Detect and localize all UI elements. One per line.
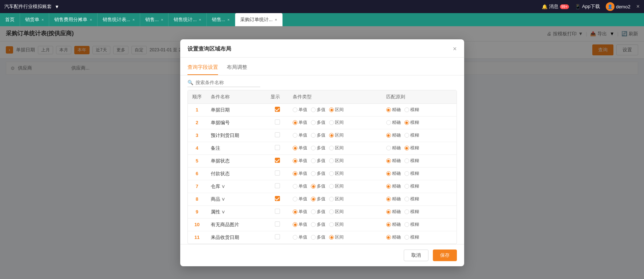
radio-type-type_multi-5[interactable]: 多值: [311, 158, 325, 164]
tab-purchase-close[interactable]: ×: [275, 17, 277, 22]
radio-type-type_single-10[interactable]: 单值: [293, 221, 307, 228]
radio-type-type_multi-8[interactable]: 多值: [311, 196, 325, 202]
radio-match-match_fuzzy-11[interactable]: 模糊: [404, 234, 419, 240]
tab-6[interactable]: 销售... ×: [207, 13, 235, 26]
tab-layout-adjust[interactable]: 布局调整: [227, 62, 247, 75]
radio-match-match_fuzzy-8[interactable]: 模糊: [404, 196, 419, 202]
tab-query-fields[interactable]: 查询字段设置: [187, 62, 218, 75]
radio-type-type_multi-2[interactable]: 多值: [311, 119, 325, 126]
tab-3[interactable]: 销售统计表... ×: [98, 13, 140, 26]
search-input[interactable]: [195, 80, 260, 85]
radio-type-type_range-1[interactable]: 区间: [329, 107, 344, 113]
radio-type-type_single-9[interactable]: 单值: [293, 209, 307, 215]
checkbox-show-3[interactable]: [275, 132, 280, 137]
radio-type-type_multi-1[interactable]: 多值: [311, 107, 325, 113]
radio-match-match_exact-1[interactable]: 精确: [386, 107, 401, 113]
row-show-6[interactable]: [266, 167, 289, 180]
radio-match-match_exact-8[interactable]: 精确: [386, 196, 401, 202]
radio-type-type_range-6[interactable]: 区间: [329, 170, 344, 177]
radio-type-type_single-1[interactable]: 单值: [293, 107, 307, 113]
user-avatar-btn[interactable]: 👤 demo2: [606, 2, 631, 11]
checkbox-show-11[interactable]: [275, 234, 280, 239]
radio-match-match_fuzzy-9[interactable]: 模糊: [404, 209, 419, 215]
checkbox-show-9[interactable]: [275, 209, 280, 214]
checkbox-show-5[interactable]: [275, 158, 280, 163]
radio-type-type_range-10[interactable]: 区间: [329, 221, 344, 228]
radio-type-type_range-7[interactable]: 区间: [329, 183, 344, 189]
radio-match-match_fuzzy-10[interactable]: 模糊: [404, 221, 419, 228]
tab-sales[interactable]: 销货单 ×: [20, 13, 49, 26]
radio-type-type_range-5[interactable]: 区间: [329, 158, 344, 164]
radio-type-type_multi-7[interactable]: 多值: [311, 183, 325, 189]
radio-match-match_exact-5[interactable]: 精确: [386, 158, 401, 164]
radio-type-type_range-2[interactable]: 区间: [329, 119, 344, 126]
radio-type-type_single-8[interactable]: 单值: [293, 196, 307, 202]
tab-3-close[interactable]: ×: [133, 17, 135, 22]
radio-match-match_fuzzy-5[interactable]: 模糊: [404, 158, 419, 164]
cancel-btn[interactable]: 取消: [404, 249, 428, 261]
row-show-9[interactable]: [266, 205, 289, 218]
app-dropdown-icon[interactable]: ▼: [55, 4, 59, 9]
radio-type-type_range-9[interactable]: 区间: [329, 209, 344, 215]
radio-match-match_exact-9[interactable]: 精确: [386, 209, 401, 215]
radio-type-type_multi-9[interactable]: 多值: [311, 209, 325, 215]
radio-match-match_exact-3[interactable]: 精确: [386, 132, 401, 138]
radio-type-type_multi-3[interactable]: 多值: [311, 132, 325, 138]
row-show-1[interactable]: [266, 103, 289, 116]
save-btn[interactable]: 保存: [433, 249, 457, 261]
checkbox-show-8[interactable]: [275, 196, 280, 201]
radio-match-match_fuzzy-7[interactable]: 模糊: [404, 183, 419, 189]
radio-match-match_fuzzy-2[interactable]: 模糊: [404, 119, 419, 126]
notifications-btn[interactable]: 🔔 消息 99+: [542, 3, 569, 10]
tab-4-close[interactable]: ×: [161, 17, 163, 22]
radio-type-type_single-7[interactable]: 单值: [293, 183, 307, 189]
tab-sales-close[interactable]: ×: [42, 17, 44, 22]
tab-home[interactable]: 首页: [0, 13, 20, 26]
radio-match-match_exact-4[interactable]: 精确: [386, 145, 401, 151]
tab-6-close[interactable]: ×: [228, 17, 230, 22]
checkbox-show-4[interactable]: [275, 145, 280, 150]
radio-match-match_exact-6[interactable]: 精确: [386, 170, 401, 177]
tab-sales-split[interactable]: 销售费用分摊单 ×: [49, 13, 97, 26]
app-download-btn[interactable]: 📱 App下载: [575, 3, 600, 10]
radio-type-type_single-3[interactable]: 单值: [293, 132, 307, 138]
radio-type-type_single-6[interactable]: 单值: [293, 170, 307, 177]
radio-type-type_single-2[interactable]: 单值: [293, 119, 307, 126]
tab-purchase[interactable]: 采购订单统计... ×: [235, 13, 283, 26]
radio-match-match_exact-7[interactable]: 精确: [386, 183, 401, 189]
checkbox-show-7[interactable]: [275, 183, 280, 188]
radio-type-type_range-11[interactable]: 区间: [329, 234, 344, 240]
row-show-7[interactable]: [266, 180, 289, 193]
radio-type-type_range-3[interactable]: 区间: [329, 132, 344, 138]
tab-5[interactable]: 销售统计... ×: [169, 13, 206, 26]
radio-match-match_exact-2[interactable]: 精确: [386, 119, 401, 126]
radio-match-match_exact-10[interactable]: 精确: [386, 221, 401, 228]
checkbox-show-1[interactable]: [275, 107, 280, 112]
tab-5-close[interactable]: ×: [199, 17, 201, 22]
tab-sales-split-close[interactable]: ×: [90, 17, 92, 22]
radio-match-match_fuzzy-6[interactable]: 模糊: [404, 170, 419, 177]
row-show-3[interactable]: [266, 129, 289, 142]
radio-type-type_multi-4[interactable]: 多值: [311, 145, 325, 151]
row-show-8[interactable]: [266, 193, 289, 205]
checkbox-show-6[interactable]: [275, 170, 280, 176]
row-show-11[interactable]: [266, 231, 289, 244]
radio-type-type_multi-10[interactable]: 多值: [311, 221, 325, 228]
tab-4[interactable]: 销售... ×: [140, 13, 169, 26]
row-show-2[interactable]: [266, 116, 289, 129]
checkbox-show-10[interactable]: [275, 221, 280, 227]
row-show-4[interactable]: [266, 142, 289, 154]
radio-type-type_multi-11[interactable]: 多值: [311, 234, 325, 240]
checkbox-show-2[interactable]: [275, 119, 280, 125]
radio-type-type_single-4[interactable]: 单值: [293, 145, 307, 151]
close-window-btn[interactable]: ×: [636, 3, 640, 10]
radio-type-type_multi-6[interactable]: 多值: [311, 170, 325, 177]
row-show-10[interactable]: [266, 218, 289, 231]
radio-type-type_range-4[interactable]: 区间: [329, 145, 344, 151]
radio-match-match_exact-11[interactable]: 精确: [386, 234, 401, 240]
radio-match-match_fuzzy-3[interactable]: 模糊: [404, 132, 419, 138]
radio-type-type_single-11[interactable]: 单值: [293, 234, 307, 240]
radio-match-match_fuzzy-1[interactable]: 模糊: [404, 107, 419, 113]
radio-type-type_range-8[interactable]: 区间: [329, 196, 344, 202]
radio-match-match_fuzzy-4[interactable]: 模糊: [404, 145, 419, 151]
